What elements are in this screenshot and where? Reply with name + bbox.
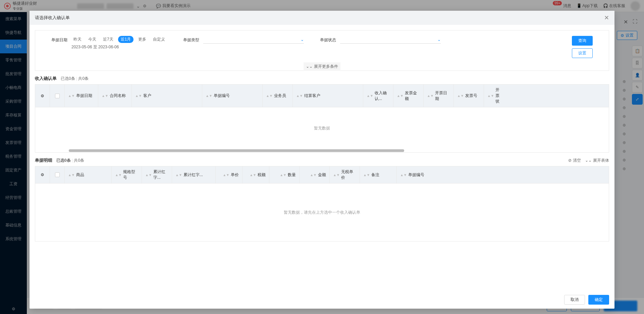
pill-yesterday[interactable]: 昨天: [71, 36, 84, 43]
pill-custom[interactable]: 自定义: [151, 36, 167, 43]
type-select[interactable]: ⌄: [203, 36, 304, 44]
col-tax[interactable]: ▲▼税额: [243, 166, 269, 183]
filter-settings-button[interactable]: 设置: [572, 48, 593, 58]
col-qty[interactable]: ▲▼数量: [269, 166, 300, 183]
checkbox[interactable]: [55, 172, 60, 177]
section2-actions: ⊘清空 ⌄⌄展开表体: [568, 158, 609, 163]
col-price[interactable]: ▲▼单价: [216, 166, 243, 183]
date-label: 单据日期: [51, 36, 67, 43]
pill-more[interactable]: 更多: [136, 36, 148, 43]
modal: 请选择收入确认单 ✕ 单据日期 昨天 今天 近7天 近1月 更多 自定义: [30, 11, 614, 309]
query-button[interactable]: 查询: [572, 36, 593, 46]
table2-body: 暂无数据，请先在上方选中一个收入确认单: [35, 184, 609, 241]
modal-header: 请选择收入确认单 ✕: [30, 11, 614, 25]
sort-icon: ▲▼: [266, 95, 273, 97]
col-remark[interactable]: ▲▼备注: [360, 166, 397, 183]
col-customer[interactable]: ▲▼客户: [132, 85, 202, 107]
date-filter: 单据日期 昨天 今天 近7天 近1月 更多 自定义 2023-05-06 至 2…: [51, 36, 167, 50]
col-docno2[interactable]: ▲▼单据编号: [397, 166, 609, 183]
sort-icon: ▲▼: [280, 174, 286, 176]
col-red2[interactable]: ▲▼累计红字...: [172, 166, 216, 183]
pill-7days[interactable]: 近7天: [101, 36, 115, 43]
expand-filters[interactable]: ⌄⌄ 展开更多条件: [304, 62, 340, 71]
sort-icon: ▲▼: [68, 95, 75, 97]
type-filter: 单据类型 ⌄: [183, 36, 304, 44]
col-docno[interactable]: ▲▼单据编号: [202, 85, 263, 107]
empty-text: 暂无数据: [314, 125, 330, 131]
col-product[interactable]: ▲▼商品: [65, 166, 112, 183]
col-checkbox[interactable]: [50, 85, 65, 107]
table1-body: 暂无数据: [35, 107, 609, 149]
col-checkbox[interactable]: [50, 166, 65, 183]
col-invoice-status[interactable]: ▲▼开票状: [484, 85, 504, 107]
filter-row: 单据日期 昨天 今天 近7天 近1月 更多 自定义 2023-05-06 至 2…: [51, 36, 593, 58]
col-contract[interactable]: ▲▼合同名称: [98, 85, 132, 107]
col-settle[interactable]: ▲▼结算客户: [293, 85, 363, 107]
sort-icon: ▲▼: [296, 95, 303, 97]
filter-box: 单据日期 昨天 今天 近7天 近1月 更多 自定义 2023-05-06 至 2…: [35, 30, 609, 71]
status-label: 单据状态: [320, 36, 336, 43]
section2-count: 已选0条 | 共0条: [56, 158, 84, 163]
section2-title: 单据明细: [35, 157, 52, 163]
close-icon[interactable]: ✕: [604, 14, 609, 21]
sort-icon: ▲▼: [102, 95, 108, 97]
sort-icon: ▲▼: [68, 174, 75, 176]
col-invoice-no[interactable]: ▲▼发票号: [454, 85, 484, 107]
hscroll[interactable]: [35, 149, 609, 152]
section1-header: 收入确认单 已选0条 | 共0条: [35, 75, 609, 82]
sort-icon: ▲▼: [115, 174, 122, 176]
gear-icon: ⚙: [41, 172, 44, 177]
section1-title: 收入确认单: [35, 75, 57, 82]
col-gear[interactable]: ⚙: [35, 85, 50, 107]
clear-icon: ⊘: [568, 158, 572, 163]
sort-icon: ▲▼: [145, 174, 152, 176]
gear-icon: ⚙: [41, 94, 44, 98]
cancel-button[interactable]: 取消: [564, 295, 585, 305]
sort-icon: ▲▼: [400, 174, 407, 176]
col-notax[interactable]: ▲▼无税单价: [330, 166, 360, 183]
table1-header: ⚙ ▲▼单据日期 ▲▼合同名称 ▲▼客户 ▲▼单据编号 ▲▼业务员 ▲▼结算客户…: [35, 85, 609, 107]
col-red1[interactable]: ▲▼累计红字...: [142, 166, 172, 183]
expand-icon: ⌄⌄: [585, 158, 592, 163]
col-invoice-date[interactable]: ▲▼开票日期: [424, 85, 454, 107]
pill-today[interactable]: 今天: [86, 36, 98, 43]
type-label: 单据类型: [183, 36, 199, 43]
col-gear[interactable]: ⚙: [35, 166, 50, 183]
col-amount[interactable]: ▲▼金额: [300, 166, 330, 183]
sort-icon: ▲▼: [363, 174, 370, 176]
section2-header: 单据明细 已选0条 | 共0条 ⊘清空 ⌄⌄展开表体: [35, 157, 609, 163]
col-sales[interactable]: ▲▼业务员: [263, 85, 293, 107]
table1: ⚙ ▲▼单据日期 ▲▼合同名称 ▲▼客户 ▲▼单据编号 ▲▼业务员 ▲▼结算客户…: [35, 84, 609, 153]
sort-icon: ▲▼: [250, 174, 256, 176]
date-pills: 昨天 今天 近7天 近1月 更多 自定义 2023-05-06 至 2023-0…: [71, 36, 167, 50]
table2-header: ⚙ ▲▼商品 ▲▼规格型号 ▲▼累计红字... ▲▼累计红字... ▲▼单价 ▲…: [35, 166, 609, 184]
col-date[interactable]: ▲▼单据日期: [65, 85, 98, 107]
col-invoice-amt[interactable]: ▲▼发票金额: [393, 85, 424, 107]
sort-icon: ▲▼: [223, 174, 229, 176]
chevron-down-icon: ⌄: [301, 37, 304, 42]
table2: ⚙ ▲▼商品 ▲▼规格型号 ▲▼累计红字... ▲▼累计红字... ▲▼单价 ▲…: [35, 166, 609, 242]
sort-icon: ▲▼: [397, 95, 404, 97]
date-range: 2023-05-06 至 2023-06-06: [71, 44, 167, 50]
col-spec[interactable]: ▲▼规格型号: [112, 166, 142, 183]
status-filter: 单据状态 ⌄: [320, 36, 441, 44]
pill-1month[interactable]: 近1月: [118, 36, 134, 43]
col-revenue[interactable]: ▲▼收入确认...: [363, 85, 393, 107]
section1-count: 已选0条 | 共0条: [61, 76, 89, 82]
checkbox[interactable]: [55, 94, 60, 98]
confirm-button[interactable]: 确定: [588, 295, 609, 305]
modal-footer: 取消 确定: [30, 291, 614, 309]
empty-text-2: 暂无数据，请先在上方选中一个收入确认单: [284, 210, 360, 215]
hscroll-thumb[interactable]: [69, 149, 404, 152]
expand-text: 展开更多条件: [314, 64, 338, 69]
double-arrow-down-icon: ⌄⌄: [306, 64, 313, 69]
chevron-down-icon: ⌄: [437, 37, 441, 42]
sort-icon: ▲▼: [310, 174, 317, 176]
expand-list-button[interactable]: ⌄⌄展开表体: [585, 158, 609, 163]
sort-icon: ▲▼: [175, 174, 182, 176]
filter-actions: 查询 设置: [572, 36, 593, 58]
sort-icon: ▲▼: [206, 95, 212, 97]
status-select[interactable]: ⌄: [340, 36, 441, 44]
sort-icon: ▲▼: [487, 95, 494, 97]
clear-button[interactable]: ⊘清空: [568, 158, 581, 163]
